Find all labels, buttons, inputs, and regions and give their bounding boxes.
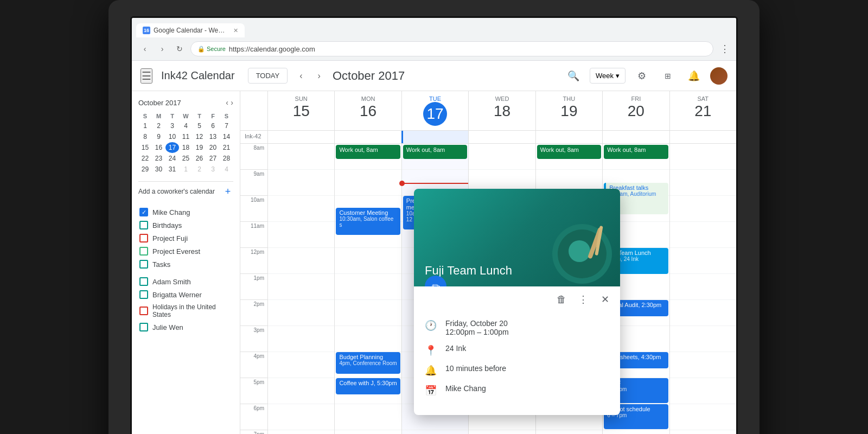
day-header-sun[interactable]: SUN 15 <box>267 91 334 130</box>
day-header-mon[interactable]: MON 16 <box>334 91 401 130</box>
mini-cal-day[interactable]: 7 <box>220 120 233 131</box>
calendar-checkbox-julie-wen[interactable] <box>139 323 148 331</box>
tab-close-button[interactable]: ✕ <box>233 27 238 34</box>
mini-cal-day[interactable]: 31 <box>165 164 179 175</box>
event-coffee[interactable]: Coffee with J, 5:30pm <box>336 378 400 394</box>
all-day-sun[interactable] <box>267 131 334 143</box>
mini-cal-day[interactable]: 13 <box>206 131 220 142</box>
mini-cal-day[interactable]: 18 <box>179 142 193 153</box>
calendar-item-mike-chang[interactable]: Mike Chang <box>138 206 233 219</box>
today-button[interactable]: TODAY <box>248 68 288 84</box>
add-coworker-calendar[interactable]: Add a coworker's calendar + <box>138 181 233 201</box>
mini-cal-day[interactable]: 4 <box>220 164 233 175</box>
browser-refresh-button[interactable]: ↻ <box>173 42 186 55</box>
calendar-item-julie-wen[interactable]: Julie Wen <box>138 321 233 334</box>
mini-cal-next-button[interactable]: › <box>231 98 233 107</box>
calendar-checkbox-adam-smith[interactable] <box>139 277 148 286</box>
add-coworker-button[interactable]: + <box>222 186 233 197</box>
event-workout-thu[interactable]: Work out, 8am <box>537 145 601 159</box>
event-workout-mon[interactable]: Work out, 8am <box>336 145 400 159</box>
mini-cal-day[interactable]: 11 <box>179 131 193 142</box>
calendar-checkbox-project-fuji[interactable] <box>139 234 148 242</box>
event-budget-planning[interactable]: Budget Planning 4pm, Conference Room <box>336 352 400 374</box>
day-column-sun[interactable] <box>267 144 334 434</box>
calendar-checkbox-tasks[interactable] <box>139 260 148 269</box>
calendar-item-birthdays[interactable]: Birthdays <box>138 219 233 232</box>
event-workout-tue[interactable]: Work out, 8am <box>403 145 467 159</box>
user-avatar[interactable] <box>710 67 727 85</box>
calendar-checkbox-mike-chang[interactable] <box>139 208 148 216</box>
day-header-sat[interactable]: SAT 21 <box>669 91 736 130</box>
mini-cal-today[interactable]: 17 <box>165 142 179 153</box>
prev-week-button[interactable]: ‹ <box>296 69 305 83</box>
mini-cal-day[interactable]: 25 <box>179 153 193 164</box>
calendar-item-holidays-us[interactable]: Holidays in the United States <box>138 301 233 321</box>
hamburger-menu-button[interactable]: ☰ <box>141 68 152 84</box>
mini-cal-day[interactable]: 29 <box>138 164 152 175</box>
browser-tab[interactable]: 16 Google Calendar - Week of O... ✕ <box>136 23 245 37</box>
search-button[interactable]: 🔍 <box>564 66 583 86</box>
event-customer-meeting[interactable]: Customer Meeting 10:30am, Salon coffee s <box>336 208 400 235</box>
all-day-mon[interactable] <box>334 131 401 143</box>
all-day-wed[interactable] <box>468 131 535 143</box>
calendar-item-project-everest[interactable]: Project Everest <box>138 245 233 258</box>
browser-more-icon[interactable]: ⋮ <box>720 43 730 55</box>
all-day-tue[interactable] <box>401 131 468 143</box>
mini-cal-day[interactable]: 21 <box>220 142 233 153</box>
popup-close-button[interactable]: ✕ <box>596 291 614 308</box>
day-header-wed[interactable]: WED 18 <box>468 91 535 130</box>
mini-cal-day[interactable]: 1 <box>138 120 152 131</box>
day-header-fri[interactable]: FRI 20 <box>602 91 669 130</box>
mini-cal-day[interactable]: 3 <box>206 164 220 175</box>
settings-button[interactable]: ⚙ <box>632 66 652 86</box>
day-column-mon[interactable]: Work out, 8am Customer Meeting 10:30am, … <box>334 144 401 434</box>
mini-cal-day[interactable]: 4 <box>179 120 193 131</box>
mini-cal-day[interactable]: 5 <box>193 120 206 131</box>
mini-cal-day[interactable]: 20 <box>206 142 220 153</box>
popup-delete-button[interactable]: 🗑 <box>553 291 570 308</box>
popup-more-button[interactable]: ⋮ <box>575 291 592 308</box>
event-workout-fri[interactable]: Work out, 8am <box>604 145 668 159</box>
mini-cal-day[interactable]: 15 <box>138 142 152 153</box>
apps-button[interactable]: ⊞ <box>658 66 678 86</box>
day-header-tue[interactable]: TUE 17 <box>401 91 468 130</box>
mini-cal-day[interactable]: 9 <box>152 131 165 142</box>
notifications-button[interactable]: 🔔 <box>684 66 704 86</box>
calendar-checkbox-holidays-us[interactable] <box>139 307 148 315</box>
mini-cal-day[interactable]: 3 <box>165 120 179 131</box>
calendar-checkbox-birthdays[interactable] <box>139 221 148 229</box>
day-header-thu[interactable]: THU 19 <box>535 91 602 130</box>
mini-cal-day[interactable]: 10 <box>165 131 179 142</box>
calendar-item-tasks[interactable]: Tasks <box>138 258 233 271</box>
calendar-item-project-fuji[interactable]: Project Fuji <box>138 232 233 245</box>
next-week-button[interactable]: › <box>315 69 324 83</box>
address-bar[interactable]: 🔒 Secure https://calendar.google.com <box>190 41 713 56</box>
mini-cal-day[interactable]: 24 <box>165 153 179 164</box>
mini-cal-day[interactable]: 23 <box>152 153 165 164</box>
mini-cal-day[interactable]: 16 <box>152 142 165 153</box>
all-day-fri[interactable] <box>602 131 669 143</box>
mini-cal-prev-button[interactable]: ‹ <box>226 98 228 107</box>
calendar-checkbox-project-everest[interactable] <box>139 247 148 256</box>
mini-cal-day[interactable]: 26 <box>193 153 206 164</box>
mini-cal-day[interactable]: 12 <box>193 131 206 142</box>
mini-cal-day[interactable]: 2 <box>193 164 206 175</box>
day-column-sat[interactable] <box>669 144 736 434</box>
calendar-checkbox-brigatta-werner[interactable] <box>139 290 148 299</box>
mini-cal-day[interactable]: 2 <box>152 120 165 131</box>
mini-cal-day[interactable]: 30 <box>152 164 165 175</box>
mini-cal-day[interactable]: 6 <box>206 120 220 131</box>
all-day-sat[interactable] <box>669 131 736 143</box>
all-day-thu[interactable] <box>535 131 602 143</box>
browser-back-button[interactable]: ‹ <box>138 42 151 55</box>
browser-forward-button[interactable]: › <box>156 42 169 55</box>
calendar-item-adam-smith[interactable]: Adam Smith <box>138 275 233 288</box>
mini-cal-day[interactable]: 1 <box>179 164 193 175</box>
view-dropdown[interactable]: Week ▾ <box>590 68 626 84</box>
calendar-item-brigatta-werner[interactable]: Brigatta Werner <box>138 288 233 301</box>
mini-cal-day[interactable]: 8 <box>138 131 152 142</box>
mini-cal-day[interactable]: 14 <box>220 131 233 142</box>
mini-cal-day[interactable]: 27 <box>206 153 220 164</box>
mini-cal-day[interactable]: 19 <box>193 142 206 153</box>
mini-cal-day[interactable]: 22 <box>138 153 152 164</box>
